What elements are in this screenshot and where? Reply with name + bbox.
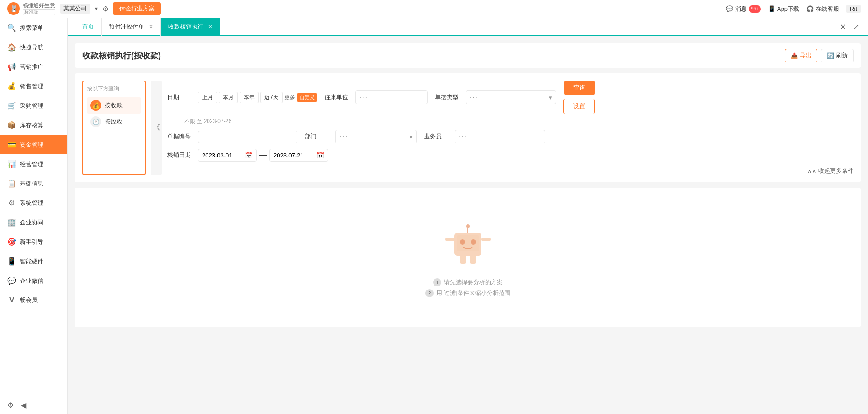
staff-select[interactable]: ···	[455, 130, 545, 143]
filter-option-by-receivable[interactable]: 🕐 按应收	[87, 114, 141, 130]
sidebar-item-label: 搜索菜单	[20, 24, 43, 32]
date-more-button[interactable]: 更多	[284, 94, 295, 101]
filter-collapse-button[interactable]: 《	[151, 81, 162, 175]
query-button[interactable]: 查询	[564, 81, 595, 95]
tab-prepay-close-icon[interactable]: ✕	[149, 24, 153, 30]
sidebar-item-label: 企业微信	[20, 277, 43, 285]
verify-date-end-input[interactable]: 2023-07-21 📅	[269, 149, 328, 162]
online-service-button[interactable]: 🎧 在线客服	[807, 5, 839, 13]
counterpart-select[interactable]: ···	[355, 90, 428, 104]
page-title: 收款核销执行(按收款)	[82, 50, 161, 61]
dept-field: 部门 ··· ▾	[305, 130, 417, 143]
user-menu[interactable]: Rit	[846, 5, 861, 13]
sidebar-item-quick-nav[interactable]: 🏠 快捷导航	[0, 38, 67, 57]
expand-tab-button[interactable]: ⤢	[851, 21, 861, 33]
message-icon: 💬	[726, 5, 733, 12]
collapse-more-label: 收起更多条件	[818, 167, 854, 175]
sidebar-item-label: 系统管理	[20, 199, 43, 207]
bill-type-label: 单据类型	[435, 93, 462, 101]
prev-month-button[interactable]: 上月	[198, 92, 217, 103]
sidebar-item-operation[interactable]: 📊 经营管理	[0, 154, 67, 174]
export-label: 导出	[800, 52, 811, 60]
sidebar-item-wechat[interactable]: 💬 企业微信	[0, 271, 67, 290]
system-icon: ⚙	[7, 199, 16, 207]
last-7days-button[interactable]: 近7天	[260, 92, 283, 103]
this-month-button[interactable]: 本月	[219, 92, 238, 103]
page-content: 收款核销执行(按收款) 📤 导出 🔄 刷新 按以下方查询	[68, 36, 868, 414]
filter-row-3: 核销日期 2023-03-01 📅 — 2023-07-21 📅	[167, 149, 854, 162]
sidebar-item-marketing[interactable]: 📢 营销推广	[0, 57, 67, 76]
settings-icon[interactable]: ⚙	[102, 5, 108, 13]
sidebar-item-guide[interactable]: 🎯 新手引导	[0, 232, 67, 252]
tab-collection-offset[interactable]: 收款核销执行 ✕	[161, 18, 220, 36]
message-badge: 99+	[749, 5, 761, 13]
sidebar-item-purchase[interactable]: 🛒 采购管理	[0, 96, 67, 115]
sidebar-item-inventory[interactable]: 📦 库存核算	[0, 115, 67, 135]
refresh-button[interactable]: 🔄 刷新	[821, 49, 854, 62]
verify-date-start-input[interactable]: 2023-03-01 📅	[198, 149, 257, 162]
close-tab-button[interactable]: ✕	[838, 21, 848, 33]
counterpart-field: 往来单位 ···	[325, 90, 428, 104]
page-header: 收款核销执行(按收款) 📤 导出 🔄 刷新	[75, 43, 861, 68]
filter-option-by-receipt[interactable]: 💰 按收款	[87, 97, 141, 114]
operation-icon: 📊	[7, 160, 16, 168]
export-icon: 📤	[791, 52, 798, 59]
finance-icon: 💳	[7, 140, 16, 149]
bill-no-input[interactable]	[198, 131, 297, 143]
settings-button[interactable]: 设置	[563, 99, 595, 114]
tab-prepay-offset[interactable]: 预付冲应付单 ✕	[102, 18, 161, 36]
industry-solution-button[interactable]: 休验行业方案	[113, 2, 161, 15]
this-year-button[interactable]: 本年	[240, 92, 259, 103]
end-calendar-icon: 📅	[316, 152, 324, 159]
sidebar-item-search-menu[interactable]: 🔍 搜索菜单	[0, 18, 67, 38]
topbar: 🐰 畅捷通好生意 标准版 某某公司 ▾ ⚙ 休验行业方案 💬 消息 99+ 📱 …	[0, 0, 868, 18]
sidebar-item-basic-info[interactable]: 📋 基础信息	[0, 174, 67, 193]
app-download-button[interactable]: 📱 App下载	[768, 5, 799, 13]
page-header-actions: 📤 导出 🔄 刷新	[785, 49, 854, 62]
tab-collection-label: 收款核销执行	[168, 23, 203, 31]
refresh-icon: 🔄	[827, 52, 834, 59]
sales-icon: 💰	[7, 82, 16, 90]
filter-actions: 查询 设置	[563, 81, 595, 114]
sidebar-item-label: 经营管理	[20, 160, 43, 168]
sidebar-item-hardware[interactable]: 📱 智能硬件	[0, 252, 67, 271]
date-hint: 不限 至 2023-07-26	[184, 118, 231, 124]
sidebar-item-enterprise[interactable]: 🏢 企业协同	[0, 213, 67, 232]
staff-field: 业务员 ···	[424, 130, 545, 143]
bill-type-arrow: ▾	[549, 94, 552, 101]
svg-rect-5	[481, 238, 491, 241]
tab-home-label: 首页	[82, 23, 94, 31]
sidebar-item-label: 畅会员	[20, 296, 38, 304]
sidebar-item-label: 资金管理	[20, 141, 43, 149]
service-icon: 🎧	[807, 5, 814, 12]
company-selector[interactable]: 某某公司	[60, 4, 90, 14]
export-button[interactable]: 📤 导出	[785, 49, 817, 62]
company-dropdown-icon[interactable]: ▾	[95, 5, 98, 12]
logo: 🐰 畅捷通好生意 标准版	[7, 2, 55, 15]
empty-tip-2: 2 用[过滤]条件来缩小分析范围	[425, 289, 510, 297]
sidebar-item-label: 营销推广	[20, 63, 43, 71]
sidebar-collapse-icon[interactable]: ◀	[21, 401, 26, 409]
bill-type-dots: ···	[470, 93, 478, 101]
sidebar-item-label: 企业协同	[20, 219, 43, 227]
dept-select[interactable]: ··· ▾	[335, 130, 417, 143]
app-label: App下载	[777, 5, 799, 13]
sidebar-item-sales[interactable]: 💰 销售管理	[0, 76, 67, 96]
date-button-group: 上月 本月 本年 近7天 更多 自定义	[198, 92, 317, 103]
sidebar-settings-icon[interactable]: ⚙	[7, 401, 14, 409]
tab-home[interactable]: 首页	[75, 18, 102, 36]
vip-icon: V	[7, 296, 16, 304]
sidebar-item-system[interactable]: ⚙ 系统管理	[0, 193, 67, 213]
basic-info-icon: 📋	[7, 179, 16, 188]
sidebar-item-vip[interactable]: V 畅会员	[0, 290, 67, 309]
tabbar-actions: ✕ ⤢	[838, 21, 861, 33]
svg-point-2	[460, 239, 465, 245]
collapse-more-button[interactable]: ∧∧ 收起更多条件	[807, 167, 854, 175]
tab-collection-close-icon[interactable]: ✕	[208, 24, 212, 30]
message-button[interactable]: 💬 消息 99+	[726, 5, 761, 13]
sidebar-item-finance[interactable]: 💳 资金管理	[0, 135, 67, 154]
sidebar-item-label: 库存核算	[20, 121, 43, 129]
bill-type-select[interactable]: ··· ▾	[466, 90, 556, 104]
message-label: 消息	[735, 5, 747, 13]
quick-nav-icon: 🏠	[7, 43, 16, 52]
